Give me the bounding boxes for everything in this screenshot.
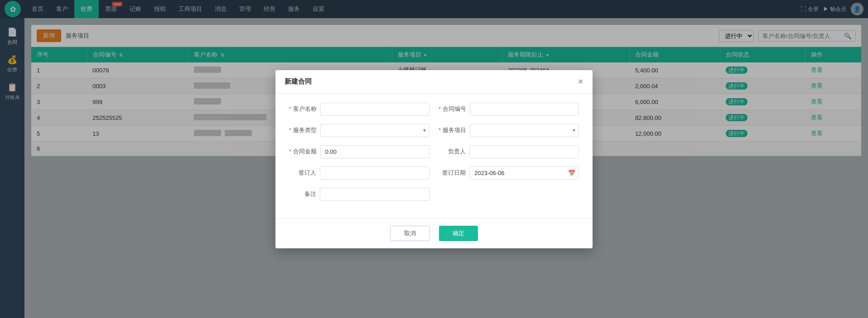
responsible-input[interactable] — [469, 145, 579, 158]
contract-no-input[interactable] — [470, 103, 579, 116]
form-row-5: 备注 — [289, 188, 579, 201]
form-group-service-type: 服务类型 ▾ — [289, 124, 429, 137]
form-row-4: 签订人 签订日期 📅 — [289, 166, 579, 180]
customer-name-input[interactable] — [320, 103, 429, 116]
amount-input[interactable]: 0.00 — [320, 145, 429, 158]
signer-label: 签订人 — [289, 169, 316, 177]
sign-date-input[interactable] — [469, 166, 579, 180]
form-group-contract-no: 合同编号 — [439, 103, 579, 116]
form-group-amount: 合同金额 0.00 — [289, 145, 429, 158]
modal-title: 新建合同 — [285, 77, 312, 86]
amount-label: 合同金额 — [289, 147, 317, 156]
remark-label: 备注 — [289, 190, 316, 198]
form-group-sign-date: 签订日期 📅 — [439, 166, 579, 180]
sign-date-wrap: 📅 — [469, 166, 579, 180]
service-item-select-wrap: ▾ — [470, 124, 579, 137]
modal-footer: 取消 确定 — [275, 218, 593, 248]
confirm-button[interactable]: 确定 — [439, 226, 478, 241]
form-group-remark: 备注 — [289, 188, 429, 201]
form-row-1: 客户名称 合同编号 — [289, 103, 579, 116]
form-group-service-item: 服务项目 ▾ — [439, 124, 579, 137]
service-type-label: 服务类型 — [289, 126, 317, 134]
remark-input[interactable] — [320, 188, 429, 201]
service-type-select-wrap: ▾ — [320, 124, 429, 137]
cancel-button[interactable]: 取消 — [390, 226, 430, 241]
modal-overlay: 新建合同 ✕ 客户名称 合同编号 服务类型 — [0, 0, 868, 318]
new-contract-modal: 新建合同 ✕ 客户名称 合同编号 服务类型 — [275, 70, 593, 248]
form-row-3: 合同金额 0.00 负责人 — [289, 145, 579, 158]
service-type-select[interactable] — [320, 124, 429, 137]
form-group-signer: 签订人 — [289, 166, 429, 180]
contract-no-label: 合同编号 — [439, 105, 466, 113]
form-group-customer: 客户名称 — [289, 103, 429, 116]
sign-date-label: 签订日期 — [439, 169, 466, 177]
modal-body: 客户名称 合同编号 服务类型 ▾ — [275, 94, 593, 218]
signer-input[interactable] — [320, 166, 429, 180]
modal-header: 新建合同 ✕ — [275, 70, 593, 94]
form-group-responsible: 负责人 — [439, 145, 579, 158]
service-item-select[interactable] — [470, 124, 579, 137]
responsible-label: 负责人 — [439, 147, 466, 156]
customer-name-label: 客户名称 — [289, 105, 317, 113]
form-row-2: 服务类型 ▾ 服务项目 ▾ — [289, 124, 579, 137]
modal-close-button[interactable]: ✕ — [578, 77, 583, 86]
service-item-label: 服务项目 — [439, 126, 466, 134]
